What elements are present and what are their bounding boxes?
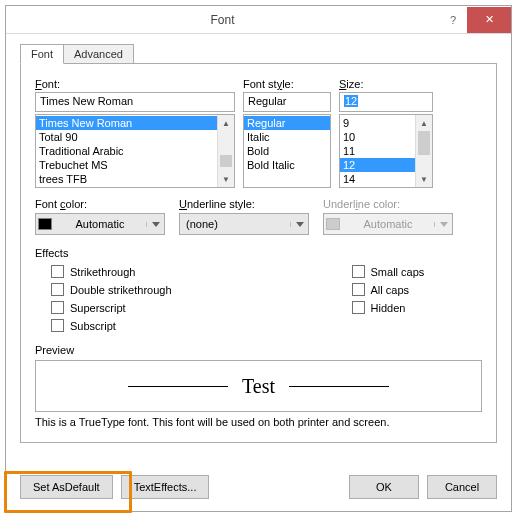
- allcaps-checkbox[interactable]: All caps: [352, 283, 425, 296]
- chevron-down-icon: [152, 222, 160, 227]
- tab-font[interactable]: Font: [20, 44, 64, 64]
- preview-box: Test: [35, 360, 482, 412]
- underlinestyle-combo[interactable]: (none): [179, 213, 309, 235]
- list-item[interactable]: Bold Italic: [244, 158, 330, 172]
- superscript-checkbox[interactable]: Superscript: [51, 301, 172, 314]
- dialog-footer: Set As Default Text Effects... OK Cancel: [6, 467, 511, 511]
- list-item[interactable]: Italic: [244, 130, 330, 144]
- help-button[interactable]: ?: [439, 7, 467, 33]
- list-item[interactable]: Bold: [244, 144, 330, 158]
- help-icon: ?: [450, 14, 456, 26]
- color-swatch-icon: [38, 218, 52, 230]
- preview-label: Preview: [35, 344, 482, 356]
- chevron-down-icon: [296, 222, 304, 227]
- size-label: Size:: [339, 78, 433, 90]
- font-note: This is a TrueType font. This font will …: [35, 416, 482, 428]
- underlinecolor-combo: Automatic: [323, 213, 453, 235]
- close-button[interactable]: ✕: [467, 7, 511, 33]
- preview-text: Test: [242, 375, 275, 398]
- chevron-down-icon: [440, 222, 448, 227]
- fontstyle-input[interactable]: Regular: [243, 92, 331, 112]
- fontcolor-combo[interactable]: Automatic: [35, 213, 165, 235]
- strikethrough-checkbox[interactable]: Strikethrough: [51, 265, 172, 278]
- fontcolor-label: Font color:: [35, 198, 165, 210]
- tab-advanced[interactable]: Advanced: [64, 44, 134, 64]
- list-item[interactable]: Total 90: [36, 130, 217, 144]
- list-item[interactable]: 14: [340, 172, 415, 186]
- scroll-up-icon[interactable]: ▲: [218, 115, 234, 131]
- fontstyle-listbox[interactable]: Regular Italic Bold Bold Italic: [243, 114, 331, 188]
- font-label: Font:: [35, 78, 235, 90]
- list-item[interactable]: 10: [340, 130, 415, 144]
- preview-line: [289, 386, 389, 387]
- close-icon: ✕: [485, 13, 494, 26]
- font-listbox[interactable]: Times New Roman Total 90 Traditional Ara…: [35, 114, 235, 188]
- underlinecolor-label: Underline color:: [323, 198, 453, 210]
- hidden-checkbox[interactable]: Hidden: [352, 301, 425, 314]
- font-dialog: Font ? ✕ Font Advanced Font: Times New R…: [5, 5, 512, 512]
- scrollbar[interactable]: ▲ ▼: [415, 115, 432, 187]
- subscript-checkbox[interactable]: Subscript: [51, 319, 172, 332]
- color-swatch-icon: [326, 218, 340, 230]
- list-item[interactable]: Traditional Arabic: [36, 144, 217, 158]
- list-item[interactable]: trees TFB: [36, 172, 217, 186]
- text-effects-button[interactable]: Text Effects...: [121, 475, 210, 499]
- list-item[interactable]: 11: [340, 144, 415, 158]
- list-item[interactable]: Trebuchet MS: [36, 158, 217, 172]
- list-item[interactable]: 9: [340, 116, 415, 130]
- scroll-thumb[interactable]: [418, 131, 430, 155]
- effects-label: Effects: [35, 247, 482, 259]
- set-as-default-button[interactable]: Set As Default: [20, 475, 113, 499]
- size-listbox[interactable]: 9 10 11 12 14 ▲ ▼: [339, 114, 433, 188]
- double-strikethrough-checkbox[interactable]: Double strikethrough: [51, 283, 172, 296]
- scroll-up-icon[interactable]: ▲: [416, 115, 432, 131]
- underlinestyle-label: Underline style:: [179, 198, 309, 210]
- size-input[interactable]: 12: [339, 92, 433, 112]
- cancel-button[interactable]: Cancel: [427, 475, 497, 499]
- scroll-thumb[interactable]: [220, 155, 232, 167]
- font-input[interactable]: Times New Roman: [35, 92, 235, 112]
- scroll-down-icon[interactable]: ▼: [416, 171, 432, 187]
- tab-panel: Font: Times New Roman Times New Roman To…: [20, 63, 497, 443]
- dialog-title: Font: [6, 13, 439, 27]
- ok-button[interactable]: OK: [349, 475, 419, 499]
- scroll-down-icon[interactable]: ▼: [218, 171, 234, 187]
- preview-line: [128, 386, 228, 387]
- list-item[interactable]: Regular: [244, 116, 330, 130]
- fontstyle-label: Font style:: [243, 78, 331, 90]
- list-item[interactable]: Times New Roman: [36, 116, 217, 130]
- list-item[interactable]: 12: [340, 158, 415, 172]
- titlebar: Font ? ✕: [6, 6, 511, 34]
- smallcaps-checkbox[interactable]: Small caps: [352, 265, 425, 278]
- scrollbar[interactable]: ▲ ▼: [217, 115, 234, 187]
